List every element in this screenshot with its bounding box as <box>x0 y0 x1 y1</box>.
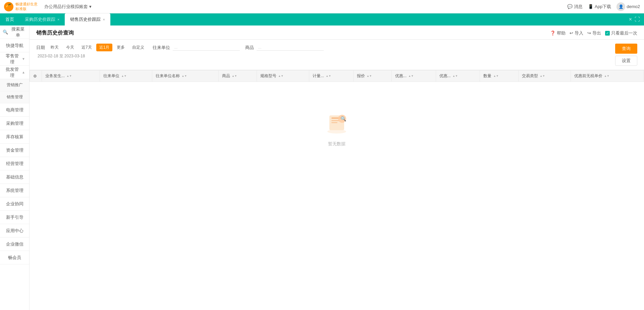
sort-icons: ▲▼ <box>408 74 414 78</box>
data-table: ⚙ 业务发生... ▲▼ 往来单位 ▲▼ 往来单位名称 ▲▼ <box>30 70 644 82</box>
table-col-discount2[interactable]: 优惠... ▲▼ <box>436 70 480 82</box>
tabbar-end: × ⛶ <box>629 16 644 22</box>
date-btn-1month[interactable]: 近1月 <box>96 44 113 51</box>
chevron-up-icon: ▲ <box>22 70 25 74</box>
product-filter-group: 商品 ... <box>245 44 324 51</box>
logo-icon: 🍊 <box>4 2 13 11</box>
sort-icons: ▲▼ <box>452 74 458 78</box>
sidebar-item-quick-nav[interactable]: 快捷导航 <box>0 39 29 52</box>
user-menu[interactable]: 👤 demo2 <box>616 2 640 11</box>
svg-rect-4 <box>331 122 337 123</box>
logo: 🍊 畅捷通好生意 标准版 <box>4 2 38 11</box>
sort-icons: ▲▼ <box>232 74 237 78</box>
table-col-discount1[interactable]: 优惠... ▲▼ <box>392 70 436 82</box>
table-col-pre-tax-price[interactable]: 优惠前无税单价 ▲▼ <box>571 70 644 82</box>
tab-purchase-history[interactable]: 采购历史价跟踪 × <box>19 13 65 25</box>
help-icon: ❓ <box>550 31 555 36</box>
partner-filter-group: 往来单位 ... <box>153 44 240 51</box>
settings-button[interactable]: 设置 <box>615 56 637 66</box>
sort-icons: ▲▼ <box>66 74 72 78</box>
date-btn-more[interactable]: 更多 <box>114 44 128 51</box>
sidebar-item-search-menu[interactable]: 🔍 搜索菜单 <box>0 25 29 39</box>
message-icon: 💬 <box>567 4 573 9</box>
filter-row-1: 日期 昨天 今天 近7天 近1月 更多 自定义 往来单位 <box>36 44 611 51</box>
sidebar-item-member[interactable]: 畅会员 <box>0 251 29 264</box>
table-col-settings[interactable]: ⚙ <box>30 70 42 82</box>
sidebar-item-capital-mgmt[interactable]: 资金管理 <box>0 144 29 157</box>
sidebar-item-enterprise-coop[interactable]: 企业协同 <box>0 197 29 211</box>
sort-icons: ▲▼ <box>278 74 283 78</box>
date-btn-custom[interactable]: 自定义 <box>129 44 147 51</box>
table-col-quote[interactable]: 报价 ▲▼ <box>353 70 391 82</box>
table-col-partner-code[interactable]: 往来单位 ▲▼ <box>100 70 152 82</box>
page-title: 销售历史价查询 <box>36 30 74 37</box>
empty-state: 🔍 暂无数据 <box>30 82 644 174</box>
partner-input[interactable]: ... <box>173 44 240 51</box>
sort-icons: ▲▼ <box>604 74 609 78</box>
sidebar-item-new-guide[interactable]: 新手引导 <box>0 211 29 224</box>
topbar-center: 办公用品行业模拟账套 ▾ <box>38 4 567 10</box>
avatar: 👤 <box>616 2 625 11</box>
product-input[interactable]: ... <box>257 44 324 51</box>
filter-area: 日期 昨天 今天 近7天 近1月 更多 自定义 往来单位 <box>30 40 644 70</box>
sort-icons: ▲▼ <box>326 74 331 78</box>
sidebar-item-sys-settings[interactable]: 系统管理 <box>0 184 29 197</box>
sidebar-item-retail-mgmt[interactable]: 零售管理 ▼ <box>0 52 29 66</box>
table-col-biz-date[interactable]: 业务发生... ▲▼ <box>42 70 100 82</box>
app-download-button[interactable]: 📱 App下载 <box>588 4 611 10</box>
account-dropdown[interactable]: 办公用品行业模拟账套 ▾ <box>44 4 92 10</box>
settings-icon: ⚙ <box>33 74 37 79</box>
table-col-trade-type[interactable]: 交易类型 ▲▼ <box>518 70 571 82</box>
sidebar-item-wholesale-mgmt[interactable]: 批发管理 ▲ <box>0 66 29 79</box>
sidebar-item-sales-mgmt[interactable]: 销售管理 <box>0 91 29 103</box>
sidebar-item-app-center[interactable]: 应用中心 <box>0 224 29 238</box>
table-col-product[interactable]: 商品 ▲▼ <box>218 70 257 82</box>
sidebar-item-enterprise-wechat[interactable]: 企业微信 <box>0 238 29 251</box>
date-btn-7days[interactable]: 近7天 <box>78 44 95 51</box>
page-actions: ❓ 帮助 ↩ 导入 ↪ 导出 ✓ 只看最后一次 <box>550 30 637 36</box>
empty-text: 暂无数据 <box>328 141 345 147</box>
expand-button[interactable]: ⛶ <box>635 16 640 22</box>
export-button[interactable]: ↪ 导出 <box>587 30 601 36</box>
date-btn-yesterday[interactable]: 昨天 <box>48 44 62 51</box>
table-col-unit[interactable]: 计量... ▲▼ <box>309 70 353 82</box>
tab-sales-history-close[interactable]: × <box>103 17 105 21</box>
date-buttons: 昨天 今天 近7天 近1月 更多 自定义 <box>48 44 147 51</box>
search-icon: 🔍 <box>3 30 8 35</box>
sidebar-item-basic-info[interactable]: 基础信息 <box>0 170 29 184</box>
sort-icons: ▲▼ <box>121 74 127 78</box>
close-all-tabs-button[interactable]: × <box>629 16 632 22</box>
logo-text: 畅捷通好生意 标准版 <box>15 2 38 11</box>
tab-home[interactable]: 首页 <box>0 13 19 25</box>
tab-sales-history[interactable]: 销售历史价跟踪 × <box>65 13 110 25</box>
only-last-checkbox[interactable]: ✓ 只看最后一次 <box>605 30 637 36</box>
sort-icons: ▲▼ <box>181 74 187 78</box>
date-range-display: 2023-02-18 至 2023-03-18 <box>38 53 85 59</box>
tabbar: 首页 采购历史价跟踪 × 销售历史价跟踪 × × ⛶ <box>0 13 644 25</box>
sidebar-item-marketing[interactable]: 营销推广 <box>0 79 29 91</box>
import-button[interactable]: ↩ 导入 <box>570 30 583 36</box>
table-col-spec[interactable]: 规格型号 ▲▼ <box>257 70 309 82</box>
table-col-qty[interactable]: 数量 ▲▼ <box>480 70 518 82</box>
message-button[interactable]: 💬 消息 <box>567 4 583 10</box>
sidebar: 🔍 搜索菜单 快捷导航 零售管理 ▼ 批发管理 ▲ 营销推广 销售管理 电商管理… <box>0 25 30 310</box>
page-header: 销售历史价查询 ❓ 帮助 ↩ 导入 ↪ 导出 ✓ 只看最后一次 <box>30 25 644 40</box>
filter-rows: 日期 昨天 今天 近7天 近1月 更多 自定义 往来单位 <box>36 44 611 59</box>
partner-filter-label: 往来单位 <box>153 45 170 51</box>
help-button[interactable]: ❓ 帮助 <box>550 30 566 36</box>
sort-icons: ▲▼ <box>367 74 372 78</box>
date-btn-today[interactable]: 今天 <box>63 44 77 51</box>
svg-text:🔍: 🔍 <box>340 116 346 122</box>
table-col-partner-name[interactable]: 往来单位名称 ▲▼ <box>152 70 218 82</box>
query-button[interactable]: 查询 <box>615 44 637 54</box>
filter-buttons: 查询 设置 <box>615 44 637 66</box>
sidebar-item-ops-mgmt[interactable]: 经营管理 <box>0 157 29 170</box>
sidebar-item-purchase-mgmt[interactable]: 采购管理 <box>0 117 29 130</box>
topbar: 🍊 畅捷通好生意 标准版 办公用品行业模拟账套 ▾ 💬 消息 📱 App下载 👤… <box>0 0 644 13</box>
tab-purchase-history-close[interactable]: × <box>57 17 59 21</box>
table-header-row: ⚙ 业务发生... ▲▼ 往来单位 ▲▼ 往来单位名称 ▲▼ <box>30 70 644 82</box>
download-icon: 📱 <box>588 4 593 9</box>
sidebar-item-inventory[interactable]: 库存核算 <box>0 130 29 144</box>
sidebar-item-ecommerce-mgmt[interactable]: 电商管理 <box>0 103 29 117</box>
svg-rect-3 <box>331 120 339 121</box>
